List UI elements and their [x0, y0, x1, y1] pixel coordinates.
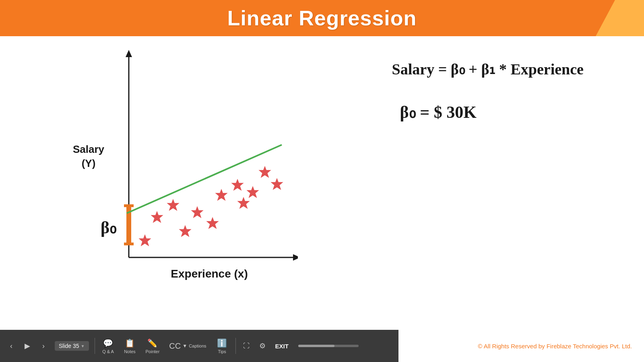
svg-marker-14 [179, 225, 191, 237]
qa-icon: 💬 [103, 338, 113, 348]
slide-dropdown-icon: ▼ [81, 344, 85, 348]
svg-marker-17 [215, 189, 227, 201]
regression-chart: β₀ Salary (Y) Experience (x) [64, 48, 298, 286]
svg-rect-6 [124, 243, 134, 245]
qa-label: Q & A [102, 349, 114, 354]
toolbar: ‹ ▶ › Slide 35 ▼ 💬 Q & A 📋 Notes ✏️ Poin… [0, 330, 398, 362]
svg-marker-18 [231, 179, 244, 191]
captions-label: Captions [189, 343, 206, 348]
svg-marker-19 [237, 197, 250, 209]
tips-icon: ℹ️ [217, 338, 227, 348]
qa-tool[interactable]: 💬 Q & A [98, 337, 118, 356]
svg-marker-3 [293, 254, 298, 261]
fullscreen-button[interactable]: ⛶ [239, 339, 254, 353]
captions-tool[interactable]: CC ▼ Captions [165, 340, 210, 352]
nav-back-button[interactable]: ‹ [4, 339, 19, 353]
svg-marker-13 [167, 199, 179, 211]
svg-marker-20 [246, 186, 259, 198]
svg-marker-21 [258, 166, 271, 178]
slide-header: Linear Regression [0, 0, 644, 36]
svg-marker-16 [206, 217, 219, 229]
captions-icon: CC [169, 341, 181, 351]
svg-text:(Y): (Y) [82, 157, 96, 169]
main-formula: Salary = β₀ + β₁ * Experience [392, 60, 584, 78]
toolbar-separator-2 [235, 338, 236, 354]
chart-area: β₀ Salary (Y) Experience (x) [64, 48, 306, 298]
svg-text:β₀: β₀ [101, 218, 117, 237]
svg-marker-12 [151, 211, 163, 223]
notes-icon: 📋 [125, 338, 135, 348]
settings-button[interactable]: ⚙ [255, 339, 270, 353]
slide-content: β₀ Salary (Y) Experience (x) [0, 36, 644, 326]
svg-line-11 [127, 145, 282, 213]
progress-bar-fill [298, 345, 334, 347]
notes-label: Notes [124, 349, 136, 354]
tips-tool[interactable]: ℹ️ Tips [212, 337, 232, 356]
svg-marker-23 [138, 234, 151, 246]
slide-title: Linear Regression [227, 6, 417, 30]
copyright-text: © All Rights Reserved by Fireblaze Techn… [478, 343, 632, 350]
svg-marker-22 [270, 178, 283, 190]
nav-play-button[interactable]: ▶ [20, 339, 35, 353]
progress-bar-container [298, 345, 359, 347]
svg-text:Salary: Salary [73, 143, 105, 155]
tips-label: Tips [218, 349, 226, 354]
svg-marker-15 [191, 206, 203, 218]
svg-rect-5 [124, 204, 134, 207]
slide-number-label: Slide 35 [59, 343, 79, 349]
beta0-formula: β₀ = $ 30K [400, 102, 584, 122]
nav-forward-button[interactable]: › [36, 339, 51, 353]
slide-indicator[interactable]: Slide 35 ▼ [55, 341, 89, 351]
captions-dropdown-icon: ▼ [182, 343, 187, 349]
pointer-icon: ✏️ [147, 338, 157, 348]
formula-area: Salary = β₀ + β₁ * Experience β₀ = $ 30K [392, 60, 584, 122]
pointer-label: Pointer [146, 349, 160, 354]
pointer-tool[interactable]: ✏️ Pointer [142, 337, 164, 356]
footer-copyright: © All Rights Reserved by Fireblaze Techn… [398, 330, 644, 362]
exit-button[interactable]: EXIT [271, 340, 293, 352]
svg-marker-1 [126, 50, 132, 57]
svg-text:Experience  (x): Experience (x) [171, 267, 248, 280]
toolbar-separator-1 [95, 338, 95, 354]
notes-tool[interactable]: 📋 Notes [120, 337, 140, 356]
